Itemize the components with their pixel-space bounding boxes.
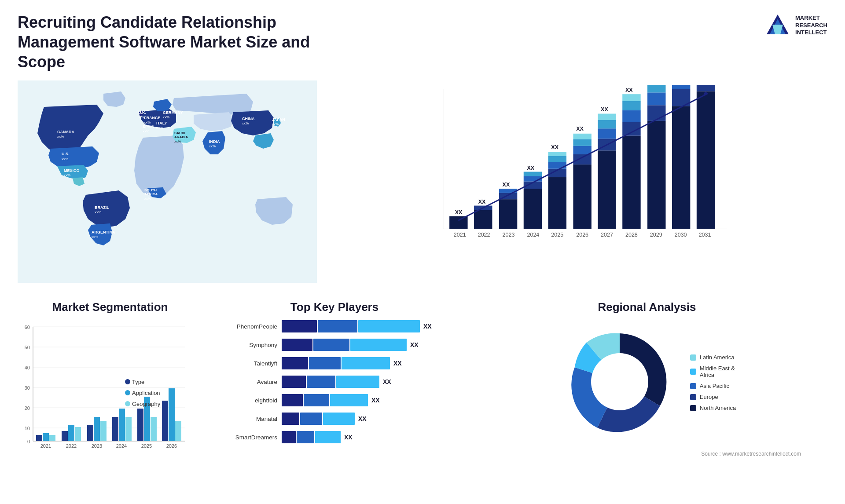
- svg-text:2025: 2025: [141, 443, 152, 449]
- top-players-title: Top Key Players: [211, 300, 458, 314]
- svg-rect-33: [573, 146, 591, 154]
- us-val: xx%: [62, 157, 68, 161]
- list-item: eightfold XX: [216, 394, 453, 406]
- svg-point-116: [125, 401, 130, 406]
- logo-icon: [764, 12, 791, 39]
- svg-text:0: 0: [27, 439, 30, 444]
- player-bar: XX: [282, 394, 453, 406]
- svg-rect-88: [36, 435, 42, 441]
- player-name: Manatal: [216, 416, 277, 422]
- svg-text:40: 40: [25, 365, 30, 370]
- saudi-label2: ARABIA: [174, 135, 188, 139]
- logo-line1: MARKET: [795, 15, 827, 22]
- player-name: PhenomPeople: [216, 323, 277, 330]
- player-bar: XX: [282, 413, 453, 425]
- us-region: [48, 146, 99, 168]
- svg-rect-42: [598, 114, 616, 120]
- regional-section: Regional Analysis: [467, 300, 827, 498]
- spain-label: SPAIN: [143, 124, 154, 129]
- svg-rect-108: [162, 401, 168, 441]
- svg-rect-6: [449, 216, 467, 229]
- top-players-section: Top Key Players PhenomPeople XX Symphony: [211, 300, 458, 498]
- svg-text:Application: Application: [132, 390, 160, 396]
- us-label: U.S.: [62, 152, 70, 156]
- list-item: SmartDreamers XX: [216, 431, 453, 443]
- svg-rect-21: [524, 172, 542, 176]
- logo-line2: RESEARCH: [795, 22, 827, 29]
- svg-point-112: [125, 379, 130, 384]
- list-item: Avature XX: [216, 376, 453, 388]
- svg-text:XX: XX: [576, 126, 584, 132]
- argentina-val: xx%: [92, 235, 98, 239]
- svg-rect-40: [598, 128, 616, 139]
- list-item: Latin America: [690, 354, 736, 361]
- player-bar: XX: [282, 320, 453, 332]
- canada-label: CANADA: [57, 130, 74, 134]
- saudi-val: xx%: [174, 139, 181, 143]
- list-item: Talentlyft XX: [216, 357, 453, 369]
- player-name: Avature: [216, 379, 277, 385]
- svg-rect-102: [125, 417, 132, 441]
- svg-rect-48: [622, 101, 640, 110]
- svg-text:Geography: Geography: [132, 401, 161, 407]
- southafrica-label: SOUTH: [144, 188, 157, 192]
- source-text: Source : www.marketresearchintellect.com: [701, 449, 819, 457]
- player-bar: XX: [282, 376, 453, 388]
- svg-rect-26: [548, 162, 566, 168]
- list-item: North America: [690, 405, 736, 411]
- main-content: CANADA xx% U.S. xx% MEXICO xx% BRAZIL xx…: [0, 80, 845, 498]
- svg-text:2026: 2026: [576, 232, 588, 238]
- svg-rect-41: [598, 120, 616, 128]
- saudi-label: SAUDI: [174, 131, 185, 135]
- svg-rect-45: [622, 136, 640, 229]
- svg-text:XX: XX: [478, 199, 486, 205]
- svg-rect-94: [75, 427, 81, 441]
- svg-text:2025: 2025: [551, 232, 563, 238]
- svg-text:2022: 2022: [66, 443, 77, 449]
- svg-text:XX: XX: [527, 165, 534, 171]
- legend-dot-europe: [690, 394, 696, 400]
- china-label: CHINA: [242, 117, 255, 121]
- segmentation-section: Market Segmentation 60 50 40 30 20 10 0: [18, 300, 202, 498]
- svg-point-114: [125, 390, 130, 395]
- svg-rect-28: [548, 152, 566, 156]
- donut-hole: [591, 353, 648, 410]
- svg-rect-59: [672, 106, 690, 229]
- svg-text:2030: 2030: [675, 232, 687, 238]
- bottom-row: Market Segmentation 60 50 40 30 20 10 0: [18, 296, 827, 498]
- segmentation-title: Market Segmentation: [18, 300, 202, 314]
- svg-rect-93: [68, 425, 74, 441]
- player-bar: XX: [282, 339, 453, 351]
- mexico-val: xx%: [64, 173, 70, 177]
- donut-svg: [558, 320, 681, 443]
- svg-text:2022: 2022: [478, 232, 490, 238]
- india-val: xx%: [209, 144, 216, 148]
- japan-val: xx%: [272, 122, 279, 126]
- svg-rect-52: [647, 121, 665, 229]
- svg-text:10: 10: [25, 426, 30, 431]
- india-label: INDIA: [209, 139, 220, 144]
- greenland-region: [103, 91, 125, 107]
- list-item: Europe: [690, 394, 736, 400]
- legend-label-latin: Latin America: [700, 354, 735, 361]
- canada-val: xx%: [57, 135, 64, 139]
- list-item: PhenomPeople XX: [216, 320, 453, 332]
- legend-dot-asia: [690, 383, 696, 389]
- italy-label: ITALY: [156, 121, 167, 125]
- japan-label: JAPAN: [272, 117, 285, 122]
- svg-rect-35: [573, 134, 591, 139]
- svg-rect-47: [622, 110, 640, 122]
- svg-rect-100: [112, 417, 118, 441]
- svg-text:XX: XX: [503, 182, 510, 188]
- china-val: xx%: [242, 121, 249, 125]
- segmentation-chart-svg: 60 50 40 30 20 10 0: [18, 320, 202, 461]
- france-label: FRANCE: [144, 116, 161, 120]
- logo-text: MARKET RESEARCH INTELLECT: [795, 15, 827, 37]
- map-container: CANADA xx% U.S. xx% MEXICO xx% BRAZIL xx…: [18, 80, 317, 283]
- svg-text:XX: XX: [625, 87, 633, 93]
- logo-line3: INTELLECT: [795, 29, 827, 37]
- svg-rect-104: [137, 409, 143, 441]
- svg-text:30: 30: [25, 385, 30, 391]
- list-item: Middle East &Africa: [690, 365, 736, 378]
- player-bar: XX: [282, 357, 453, 369]
